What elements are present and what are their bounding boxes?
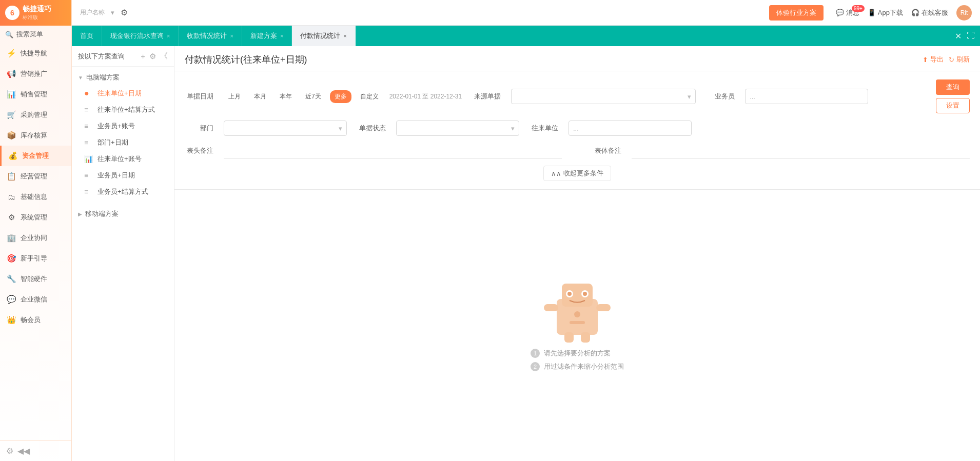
tab-home[interactable]: 首页 bbox=[72, 26, 102, 46]
sidebar-item-enterprise[interactable]: 🏢 企业协同 bbox=[0, 228, 71, 248]
export-label: 导出 bbox=[930, 55, 944, 64]
topbar-app[interactable]: 📱 App下载 bbox=[868, 8, 903, 17]
svg-point-5 bbox=[567, 292, 572, 296]
tab-income-stats-label: 收款情况统计 bbox=[187, 31, 227, 41]
head-note-input[interactable] bbox=[224, 143, 562, 158]
sidebar-item-hardware[interactable]: 🔧 智能硬件 bbox=[0, 269, 71, 289]
date-opt-last-month[interactable]: 上月 bbox=[224, 90, 245, 103]
sidebar-header: 6 畅捷通巧 标准版 bbox=[0, 0, 71, 26]
export-btn[interactable]: ⬆ 导出 bbox=[923, 55, 944, 64]
tab-close-all-btn[interactable]: ✕ bbox=[955, 31, 962, 41]
topbar-settings-icon[interactable]: ⚙ bbox=[121, 8, 128, 17]
partner-label: 往来单位 bbox=[530, 124, 558, 133]
salesman-select-value: ... bbox=[750, 93, 755, 101]
quick-nav-icon: ⚡ bbox=[6, 48, 16, 58]
sidebar-item-label: 销售管理 bbox=[21, 90, 47, 99]
tab-new-scheme-close[interactable]: × bbox=[280, 33, 283, 39]
left-panel-add-btn[interactable]: + bbox=[141, 52, 145, 61]
partner-select[interactable]: ... bbox=[569, 121, 692, 136]
app-icon: 📱 bbox=[868, 9, 876, 16]
sidebar-item-label: 库存核算 bbox=[21, 131, 47, 140]
tab-payment-stats-label: 付款情况统计 bbox=[300, 31, 340, 41]
desktop-scheme-group-header[interactable]: ▼ 电脑端方案 bbox=[72, 70, 174, 85]
filter-row-1: 单据日期 上月 本月 本年 近7天 更多 自定义 2022-01-01 至 20… bbox=[185, 79, 970, 113]
collapse-btn[interactable]: ∧∧ 收起更多条件 bbox=[543, 166, 611, 181]
mobile-scheme-group-header[interactable]: ▶ 移动端方案 bbox=[72, 206, 174, 222]
settings-btn[interactable]: 设置 bbox=[936, 98, 970, 113]
sidebar-item-marketing[interactable]: 📢 营销推广 bbox=[0, 64, 71, 84]
tab-income-stats-close[interactable]: × bbox=[230, 33, 233, 39]
scheme-item-salesman-account[interactable]: ≡ 业务员+账号 bbox=[72, 118, 174, 134]
hint-text-1: 请先选择要分析的方案 bbox=[544, 349, 611, 358]
sidebar-item-guide[interactable]: 🎯 新手引导 bbox=[0, 248, 71, 269]
date-opt-more[interactable]: 更多 bbox=[330, 90, 351, 103]
topbar-right: 💬 消息 99+ 📱 App下载 🎧 在线客服 Rit bbox=[836, 5, 972, 21]
query-btn[interactable]: 查询 bbox=[936, 79, 970, 95]
sidebar-item-basic-info[interactable]: 🗂 基础信息 bbox=[0, 187, 71, 207]
left-panel-header: 按以下方案查询 + ⚙ 《 bbox=[72, 46, 174, 67]
svg-rect-10 bbox=[581, 332, 590, 343]
scheme-item-dept-date[interactable]: ≡ 部门+日期 bbox=[72, 134, 174, 151]
tab-payment-stats-close[interactable]: × bbox=[343, 33, 346, 39]
topbar-service[interactable]: 🎧 在线客服 bbox=[911, 8, 948, 17]
scheme-item-salesman-date[interactable]: ≡ 业务员+日期 bbox=[72, 167, 174, 184]
tab-bank-flow-close[interactable]: × bbox=[167, 33, 170, 39]
scheme-item-unit-account[interactable]: 📊 往来单位+账号 bbox=[72, 151, 174, 167]
tab-fullscreen-btn[interactable]: ⛶ bbox=[967, 31, 975, 41]
refresh-btn[interactable]: ↻ 刷新 bbox=[949, 55, 970, 64]
left-panel-settings-btn[interactable]: ⚙ bbox=[149, 52, 156, 61]
date-opt-this-year[interactable]: 本年 bbox=[275, 90, 297, 103]
tab-payment-stats[interactable]: 付款情况统计 × bbox=[292, 26, 355, 46]
avatar[interactable]: Rit bbox=[956, 5, 972, 21]
scheme-label-salesman-date: 业务员+日期 bbox=[97, 171, 135, 180]
topbar-dropdown-icon[interactable]: ▾ bbox=[111, 9, 114, 16]
sidebar-item-label: 智能硬件 bbox=[21, 274, 47, 284]
sidebar-item-label: 新手引导 bbox=[21, 254, 47, 263]
scheme-item-unit-date[interactable]: ● 往来单位+日期 bbox=[72, 85, 174, 102]
status-select-arrow: ▾ bbox=[511, 125, 515, 132]
hint-num-1: 1 bbox=[531, 349, 540, 358]
sidebar-title: 畅捷通巧 bbox=[23, 5, 51, 14]
trial-btn[interactable]: 体验行业方案 bbox=[769, 5, 824, 21]
sidebar-item-quick-nav[interactable]: ⚡ 快捷导航 bbox=[0, 43, 71, 64]
sidebar-item-sales[interactable]: 📊 销售管理 bbox=[0, 84, 71, 105]
scheme-item-unit-settlement[interactable]: ≡ 往来单位+结算方式 bbox=[72, 102, 174, 118]
svg-point-6 bbox=[583, 292, 587, 296]
sidebar-item-label: 基础信息 bbox=[21, 192, 47, 202]
sidebar-search[interactable]: 🔍 搜索菜单 bbox=[0, 26, 71, 43]
sidebar-item-wechat[interactable]: 💬 企业微信 bbox=[0, 289, 71, 310]
guide-icon: 🎯 bbox=[6, 253, 16, 264]
scheme-item-salesman-settlement[interactable]: ≡ 业务员+结算方式 bbox=[72, 184, 174, 200]
sales-icon: 📊 bbox=[6, 89, 16, 99]
scheme-label-salesman-account: 业务员+账号 bbox=[97, 122, 135, 131]
date-opt-custom[interactable]: 自定义 bbox=[356, 90, 383, 103]
page-title: 付款情况统计(往来单位+日期) bbox=[185, 53, 307, 66]
date-opt-this-month[interactable]: 本月 bbox=[249, 90, 271, 103]
sidebar-item-member[interactable]: 👑 畅会员 bbox=[0, 310, 71, 330]
sidebar-item-system[interactable]: ⚙ 系统管理 bbox=[0, 207, 71, 228]
sidebar-item-label: 经营管理 bbox=[21, 172, 47, 181]
sidebar-item-purchase[interactable]: 🛒 采购管理 bbox=[0, 105, 71, 125]
dept-select[interactable]: ▾ bbox=[224, 121, 347, 136]
status-select[interactable]: ▾ bbox=[396, 121, 519, 136]
tab-bank-flow[interactable]: 现金银行流水查询 × bbox=[102, 26, 179, 46]
scheme-icon-dept-date: ≡ bbox=[84, 138, 93, 147]
sidebar-item-inventory[interactable]: 📦 库存核算 bbox=[0, 125, 71, 146]
svg-rect-9 bbox=[564, 332, 574, 343]
scheme-label-unit-date: 往来单位+日期 bbox=[97, 89, 142, 98]
sidebar-item-capital[interactable]: 💰 资金管理 bbox=[0, 146, 71, 166]
service-icon: 🎧 bbox=[911, 9, 919, 16]
sidebar-collapse-btn[interactable]: ◀◀ bbox=[17, 446, 30, 456]
sidebar-item-label: 资金管理 bbox=[22, 151, 49, 161]
sidebar-item-operations[interactable]: 📋 经营管理 bbox=[0, 166, 71, 187]
left-panel-collapse-btn[interactable]: 《 bbox=[160, 51, 168, 61]
source-select[interactable]: ▾ bbox=[511, 89, 696, 104]
date-opt-7days[interactable]: 近7天 bbox=[301, 90, 326, 103]
salesman-select[interactable]: ... bbox=[745, 89, 868, 104]
topbar-msg[interactable]: 💬 消息 99+ bbox=[836, 8, 859, 17]
sidebar-settings-btn[interactable]: ⚙ bbox=[6, 446, 13, 456]
dept-select-arrow: ▾ bbox=[339, 125, 342, 132]
tab-new-scheme[interactable]: 新建方案 × bbox=[242, 26, 292, 46]
tab-income-stats[interactable]: 收款情况统计 × bbox=[179, 26, 242, 46]
body-note-input[interactable] bbox=[632, 143, 970, 158]
